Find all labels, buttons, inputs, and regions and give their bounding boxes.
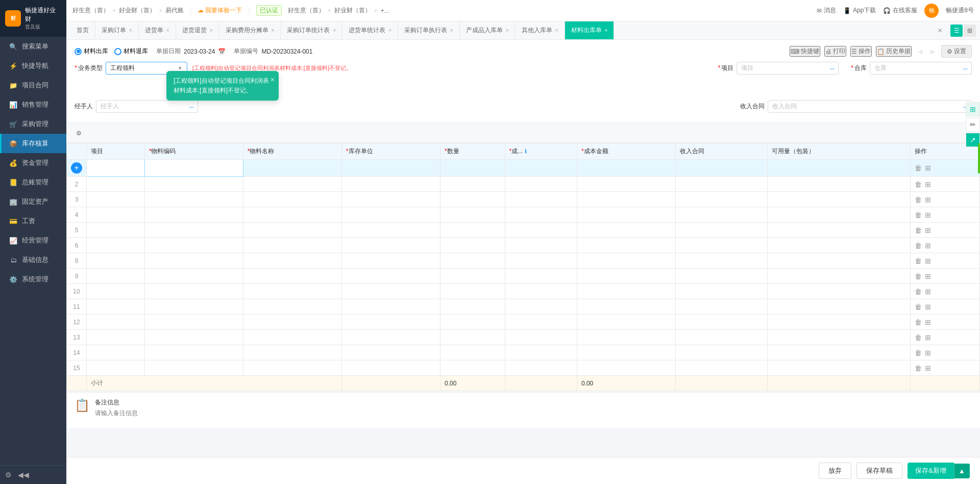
cell-project[interactable] (87, 360, 145, 376)
top-nav-link-1[interactable]: 好生意（首） (72, 6, 109, 15)
cell-contract[interactable] (676, 177, 768, 192)
cell-cost-unit[interactable] (505, 192, 577, 207)
save-draft-btn[interactable]: 保存草稿 (856, 463, 902, 479)
cell-contract[interactable] (676, 284, 768, 299)
copy-row-btn[interactable]: ⊞ (925, 364, 931, 372)
delete-row-btn[interactable]: 🗑 (915, 226, 922, 234)
copy-row-btn[interactable]: ⊞ (925, 287, 931, 296)
cell-project[interactable] (87, 345, 145, 360)
cell-available[interactable] (768, 269, 911, 284)
top-nav-link-2[interactable]: 好业财（首） (119, 6, 156, 15)
copy-row-btn[interactable]: ⊞ (925, 180, 931, 188)
cell-code[interactable] (144, 269, 243, 284)
cell-available[interactable] (768, 299, 911, 314)
cell-cost-amount[interactable] (577, 192, 675, 207)
cell-code[interactable] (144, 330, 243, 345)
history-btn[interactable]: 📋 历史单据 (876, 46, 912, 57)
radio-material-out[interactable]: 材料出库 (75, 47, 108, 56)
cell-cost-amount[interactable] (577, 345, 675, 360)
cell-project[interactable] (87, 207, 145, 223)
tooltip-close-btn[interactable]: × (271, 74, 275, 85)
side-tool-2[interactable]: ✏ (966, 117, 980, 132)
top-nav-link-3[interactable]: 易代账 (165, 6, 184, 15)
cell-qty[interactable] (440, 177, 505, 192)
tab-material-out[interactable]: 材料出库单 × (565, 21, 615, 40)
tab-close-icon[interactable]: × (555, 28, 558, 33)
cell-cost-unit[interactable] (505, 299, 577, 314)
sidebar-item-ops[interactable]: 📈 经营管理 (0, 231, 66, 250)
tab-close-all-btn[interactable]: × (934, 26, 946, 35)
table-settings-icon[interactable]: ⚙ (72, 127, 85, 139)
cell-cost-amount[interactable] (577, 269, 675, 284)
delete-row-btn[interactable]: 🗑 (915, 241, 922, 250)
cell-cost-amount[interactable] (577, 238, 675, 253)
tab-close-icon[interactable]: × (166, 28, 169, 33)
radio-material-return[interactable]: 材料退库 (114, 47, 148, 56)
cell-cost-unit[interactable] (505, 314, 577, 330)
cell-code[interactable] (144, 360, 243, 376)
cell-qty[interactable] (440, 269, 505, 284)
tab-close-icon[interactable]: × (129, 28, 132, 33)
cell-available[interactable] (768, 330, 911, 345)
cell-contract[interactable] (676, 207, 768, 223)
cell-unit[interactable] (341, 253, 440, 269)
cell-qty[interactable] (440, 345, 505, 360)
tab-other-in[interactable]: 其他入库单 × (516, 21, 565, 40)
cell-project[interactable] (87, 284, 145, 299)
cell-cost-amount[interactable] (577, 253, 675, 269)
copy-row-btn[interactable]: ⊞ (925, 303, 931, 311)
top-nav-link-4[interactable]: 好生意（首） (288, 6, 325, 15)
cell-unit[interactable] (341, 314, 440, 330)
copy-row-btn[interactable]: ⊞ (925, 226, 931, 234)
cell-cost-amount[interactable] (577, 330, 675, 345)
cell-cost-amount[interactable] (577, 299, 675, 314)
sidebar-item-quicknav[interactable]: ⚡ 快捷导航 (0, 56, 66, 76)
cell-available[interactable] (768, 345, 911, 360)
delete-row-btn[interactable]: 🗑 (915, 180, 922, 188)
cell-unit[interactable] (341, 269, 440, 284)
sidebar-item-finance[interactable]: 💰 资金管理 (0, 153, 66, 173)
top-nav-link-5[interactable]: 好业财（首） (334, 6, 371, 15)
cell-code[interactable] (144, 223, 243, 238)
sidebar-item-purchase[interactable]: 🛒 采购管理 (0, 114, 66, 134)
copy-row-btn[interactable]: ⊞ (925, 196, 931, 204)
message-btn[interactable]: ✉ 消息 (817, 6, 836, 15)
cell-available[interactable] (768, 314, 911, 330)
copy-row-btn[interactable]: ⊞ (925, 164, 931, 172)
cell-cost-unit[interactable] (505, 253, 577, 269)
sidebar-item-assets[interactable]: 🏢 固定资产 (0, 192, 66, 211)
sidebar-item-salary[interactable]: 💳 工资 (0, 211, 66, 231)
cell-unit[interactable] (341, 330, 440, 345)
cell-project[interactable] (87, 223, 145, 238)
cell-code[interactable] (144, 253, 243, 269)
cell-contract[interactable] (676, 330, 768, 345)
online-support-btn[interactable]: 🎧 在线客服 (883, 6, 917, 15)
cell-code[interactable] (144, 284, 243, 299)
cell-available[interactable] (768, 207, 911, 223)
add-row-project-cell[interactable] (87, 160, 145, 177)
cell-project[interactable] (87, 192, 145, 207)
cell-code[interactable] (144, 345, 243, 360)
cell-cost-amount[interactable] (577, 360, 675, 376)
cell-cost-amount[interactable] (577, 284, 675, 299)
cell-unit[interactable] (341, 284, 440, 299)
cell-name[interactable] (243, 269, 341, 284)
cell-available[interactable] (768, 192, 911, 207)
settings-btn[interactable]: ⚙ 设置 (941, 45, 972, 58)
cell-contract[interactable] (676, 238, 768, 253)
tab-goods-stat[interactable]: 进货单统计表 × (342, 21, 398, 40)
copy-row-btn[interactable]: ⊞ (925, 333, 931, 342)
delete-row-btn[interactable]: 🗑 (915, 333, 922, 342)
cell-qty[interactable] (440, 299, 505, 314)
cell-unit[interactable] (341, 207, 440, 223)
cell-name[interactable] (243, 238, 341, 253)
tab-finished-goods[interactable]: 产成品入库单 × (460, 21, 516, 40)
cell-unit[interactable] (341, 360, 440, 376)
cell-available[interactable] (768, 238, 911, 253)
info-icon[interactable]: ℹ (525, 148, 527, 154)
tab-close-icon[interactable]: × (333, 28, 336, 33)
cell-cost-unit[interactable] (505, 177, 577, 192)
cell-code[interactable] (144, 207, 243, 223)
add-row-btn[interactable]: + (71, 162, 82, 174)
sidebar-item-project[interactable]: 📁 项目合同 (0, 76, 66, 95)
